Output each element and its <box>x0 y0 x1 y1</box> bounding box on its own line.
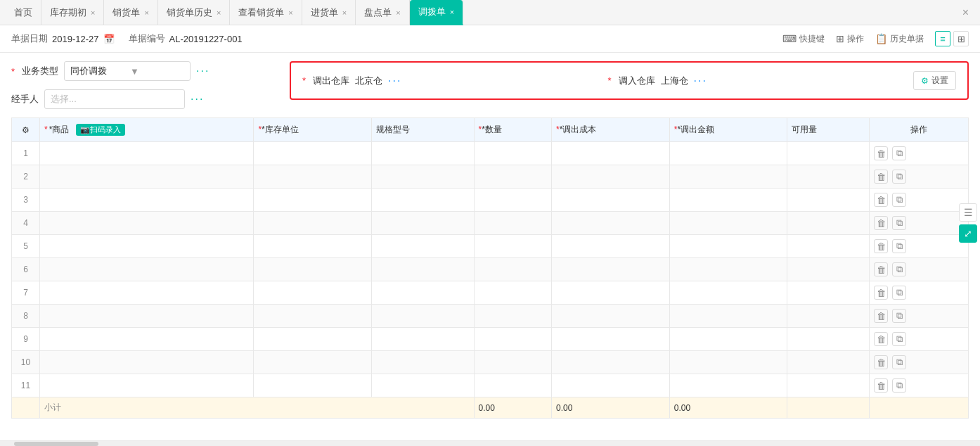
close-window-button[interactable]: × <box>957 6 974 19</box>
handler-field: 经手人 选择... ··· <box>11 89 278 109</box>
delete-row-icon[interactable]: 🗑 <box>874 146 888 160</box>
copy-row-icon[interactable]: ⧉ <box>892 239 906 253</box>
required-star: * <box>11 66 15 77</box>
required-star-in: * <box>608 75 612 86</box>
table-row: 5 🗑⧉ <box>12 235 969 258</box>
col-available: 可用量 <box>787 118 870 142</box>
delete-row-icon[interactable]: 🗑 <box>874 332 888 346</box>
doc-number-field: 单据编号 AL-20191227-001 <box>129 32 243 45</box>
warehouse-section: * 调出仓库 北京仓 ··· * 调入仓库 上海仓 ··· ⚙ 设置 <box>290 61 969 100</box>
col-amount: **调出金额 <box>669 118 787 142</box>
col-qty: **数量 <box>474 118 551 142</box>
scan-entry-button[interactable]: 📷 扫码录入 <box>76 124 125 136</box>
tab-purchase-order[interactable]: 进货单 × <box>302 0 356 25</box>
copy-row-icon[interactable]: ⧉ <box>892 193 906 207</box>
delete-row-icon[interactable]: 🗑 <box>874 355 888 369</box>
copy-row-icon[interactable]: ⧉ <box>892 355 906 369</box>
close-tab-inventory-init[interactable]: × <box>91 8 95 17</box>
delete-row-icon[interactable]: 🗑 <box>874 239 888 253</box>
view-toggle: ≡ ⊞ <box>935 31 969 46</box>
calendar-icon[interactable]: 📅 <box>103 34 115 44</box>
dropdown-arrow-icon: ▼ <box>130 66 184 77</box>
table-row: 3 🗑⧉ <box>12 189 969 212</box>
gear-icon: ⚙ <box>921 76 929 86</box>
copy-row-icon[interactable]: ⧉ <box>892 262 906 276</box>
grid-icon: ⊞ <box>836 33 844 44</box>
operations-button[interactable]: ⊞ 操作 <box>836 33 864 45</box>
tab-sales-history[interactable]: 销货单历史 × <box>158 0 230 25</box>
history-icon: 📋 <box>875 33 887 44</box>
tab-view-sales[interactable]: 查看销货单 × <box>230 0 302 25</box>
expand-icon: ⤢ <box>964 228 972 239</box>
grid-view-button[interactable]: ⊞ <box>953 31 969 46</box>
form-area: * 业务类型 同价调拨 ▼ ··· 经手人 选择... ··· <box>0 53 980 117</box>
keyboard-icon: ⌨ <box>782 33 797 44</box>
history-button[interactable]: 📋 历史单据 <box>875 33 924 45</box>
business-type-select[interactable]: 同价调拨 ▼ <box>64 61 191 81</box>
sidebar-list-button[interactable]: ☰ <box>959 203 977 222</box>
column-settings-icon[interactable]: ⚙ <box>22 125 30 135</box>
close-tab-sales-order[interactable]: × <box>144 8 148 17</box>
business-type-field: * 业务类型 同价调拨 ▼ ··· <box>11 61 278 81</box>
list-icon: ☰ <box>964 207 973 218</box>
table-row: 6 🗑⧉ <box>12 258 969 281</box>
table-row: 9 🗑⧉ <box>12 328 969 351</box>
delete-row-icon[interactable]: 🗑 <box>874 378 888 393</box>
close-tab-transfer-order[interactable]: × <box>450 8 454 16</box>
settings-button[interactable]: ⚙ 设置 <box>913 71 956 90</box>
date-field: 单据日期 2019-12-27 📅 <box>11 32 115 45</box>
col-settings[interactable]: ⚙ <box>12 118 40 142</box>
table-row: 4 🗑⧉ <box>12 212 969 235</box>
warehouse-in-more-button[interactable]: ··· <box>694 75 707 87</box>
table-row: 11 🗑⧉ <box>12 374 969 397</box>
table-container: ⚙ **商品 📷 扫码录入 **库存单位 规格型号 **数量 **调出成 <box>0 117 980 440</box>
delete-row-icon[interactable]: 🗑 <box>874 193 888 207</box>
warehouse-out-more-button[interactable]: ··· <box>388 75 401 87</box>
delete-row-icon[interactable]: 🗑 <box>874 262 888 276</box>
col-product: **商品 📷 扫码录入 <box>40 118 254 142</box>
tab-home[interactable]: 首页 <box>6 0 41 25</box>
delete-row-icon[interactable]: 🗑 <box>874 286 888 300</box>
tab-bar: 首页 库存期初 × 销货单 × 销货单历史 × 查看销货单 × 进货单 × <box>0 0 980 25</box>
main-toolbar: 单据日期 2019-12-27 📅 单据编号 AL-20191227-001 ⌨… <box>0 25 980 53</box>
scan-icon: 📷 <box>80 125 90 134</box>
copy-row-icon[interactable]: ⧉ <box>892 309 906 323</box>
copy-row-icon[interactable]: ⧉ <box>892 170 906 184</box>
table-row: 1 🗑⧉ <box>12 142 969 165</box>
form-left-section: * 业务类型 同价调拨 ▼ ··· 经手人 选择... ··· <box>11 61 278 109</box>
handler-more-button[interactable]: ··· <box>191 93 204 106</box>
subtotal-row: 小计 0.00 0.00 0.00 <box>12 397 969 419</box>
delete-row-icon[interactable]: 🗑 <box>874 170 888 184</box>
table-row: 10 🗑⧉ <box>12 351 969 374</box>
transfer-table: ⚙ **商品 📷 扫码录入 **库存单位 规格型号 **数量 **调出成 <box>11 117 969 419</box>
tab-inventory-init[interactable]: 库存期初 × <box>41 0 104 25</box>
col-spec: 规格型号 <box>372 118 474 142</box>
shortcuts-button[interactable]: ⌨ 快捷键 <box>782 33 825 45</box>
close-tab-purchase-order[interactable]: × <box>342 8 347 17</box>
copy-row-icon[interactable]: ⧉ <box>892 332 906 346</box>
horizontal-scrollbar[interactable] <box>0 440 980 446</box>
tab-transfer-order[interactable]: 调拨单 × <box>410 0 463 25</box>
close-tab-sales-history[interactable]: × <box>217 8 221 17</box>
col-cost: **调出成本 <box>552 118 670 142</box>
col-operations: 操作 <box>870 118 969 142</box>
table-row: 2 🗑⧉ <box>12 165 969 189</box>
copy-row-icon[interactable]: ⧉ <box>892 216 906 230</box>
copy-row-icon[interactable]: ⧉ <box>892 378 906 393</box>
handler-select[interactable]: 选择... <box>44 89 185 109</box>
sidebar-expand-button[interactable]: ⤢ <box>959 224 977 243</box>
delete-row-icon[interactable]: 🗑 <box>874 309 888 323</box>
delete-row-icon[interactable]: 🗑 <box>874 216 888 230</box>
toolbar-right-actions: ⌨ 快捷键 ⊞ 操作 📋 历史单据 ≡ ⊞ <box>782 31 969 46</box>
business-type-more-button[interactable]: ··· <box>196 65 209 77</box>
scrollbar-thumb[interactable] <box>14 442 98 446</box>
tab-inventory-check[interactable]: 盘点单 × <box>356 0 409 25</box>
copy-row-icon[interactable]: ⧉ <box>892 146 906 160</box>
tab-sales-order[interactable]: 销货单 × <box>104 0 157 25</box>
close-tab-inventory-check[interactable]: × <box>396 8 400 17</box>
required-star-out: * <box>302 75 306 86</box>
copy-row-icon[interactable]: ⧉ <box>892 286 906 300</box>
warehouse-out-field: * 调出仓库 北京仓 ··· <box>302 75 586 87</box>
close-tab-view-sales[interactable]: × <box>288 8 292 17</box>
list-view-button[interactable]: ≡ <box>935 31 950 46</box>
